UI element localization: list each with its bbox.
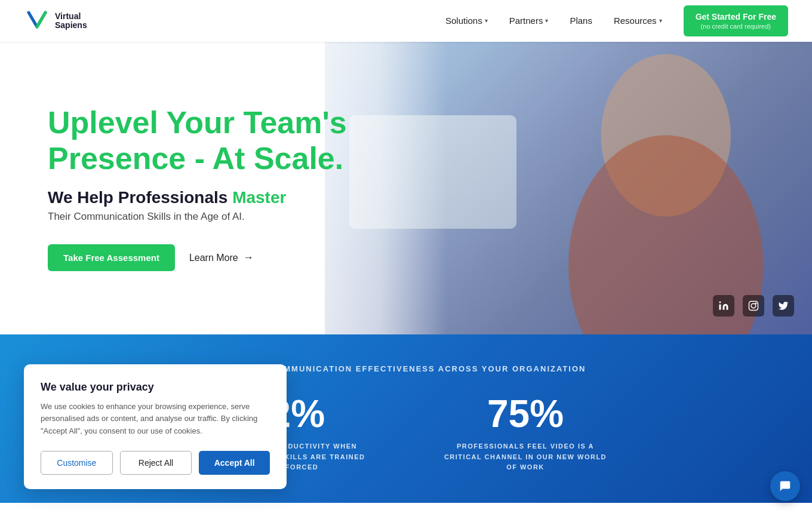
cookie-title: We value your privacy: [41, 381, 270, 394]
svg-rect-1: [749, 302, 758, 311]
cookie-reject-button[interactable]: Reject All: [120, 451, 192, 475]
hero-subline: We Help Professionals Master: [48, 188, 411, 207]
cookie-buttons: Customise Reject All Accept All: [41, 451, 270, 475]
hero-section: Uplevel Your Team's Presence - At Scale.…: [0, 42, 812, 334]
twitter-icon[interactable]: [773, 295, 794, 317]
arrow-icon: →: [243, 251, 254, 264]
stat-item-2: 75% PROFESSIONALS FEEL VIDEO IS A CRITIC…: [442, 395, 609, 473]
hero-heading: Uplevel Your Team's Presence - At Scale.: [48, 105, 411, 177]
social-icons: [713, 295, 794, 317]
main-nav: Solutions ▾ Partners ▾ Plans Resources ▾…: [445, 5, 788, 36]
chevron-down-icon: ▾: [485, 17, 488, 24]
take-assessment-button[interactable]: Take Free Assessment: [48, 244, 175, 271]
linkedin-icon[interactable]: [713, 295, 734, 317]
hero-buttons: Take Free Assessment Learn More →: [48, 244, 411, 271]
nav-solutions[interactable]: Solutions ▾: [445, 16, 488, 26]
svg-point-3: [755, 303, 756, 304]
svg-point-0: [719, 302, 721, 303]
instagram-icon[interactable]: [743, 295, 764, 317]
cookie-text: We use cookies to enhance your browsing …: [41, 401, 270, 438]
cookie-banner: We value your privacy We use cookies to …: [24, 364, 287, 489]
chevron-down-icon: ▾: [545, 17, 548, 24]
nav-partners[interactable]: Partners ▾: [509, 16, 549, 26]
logo[interactable]: Virtual Sapiens: [24, 8, 87, 34]
hero-content: Uplevel Your Team's Presence - At Scale.…: [0, 42, 447, 334]
cookie-accept-button[interactable]: Accept All: [199, 451, 270, 475]
hero-highlight: Master: [232, 188, 286, 207]
learn-more-button[interactable]: Learn More →: [189, 251, 254, 264]
chat-button[interactable]: [770, 471, 800, 501]
logo-line1: Virtual: [55, 12, 87, 21]
chevron-down-icon: ▾: [659, 17, 662, 24]
logo-text: Virtual Sapiens: [55, 12, 87, 30]
get-started-button[interactable]: Get Started For Free (no credit card req…: [684, 5, 788, 36]
logo-line2: Sapiens: [55, 21, 87, 30]
stat-description-2: PROFESSIONALS FEEL VIDEO IS A CRITICAL C…: [442, 441, 609, 473]
stat-number-2: 75%: [442, 395, 609, 433]
logo-icon: [24, 8, 50, 34]
svg-point-2: [751, 303, 756, 308]
nav-plans[interactable]: Plans: [570, 16, 592, 26]
hero-tagline: Their Communication Skills in the Age of…: [48, 211, 411, 223]
header: Virtual Sapiens Solutions ▾ Partners ▾ P…: [0, 0, 812, 42]
nav-resources[interactable]: Resources ▾: [614, 16, 662, 26]
cookie-customise-button[interactable]: Customise: [41, 451, 113, 475]
